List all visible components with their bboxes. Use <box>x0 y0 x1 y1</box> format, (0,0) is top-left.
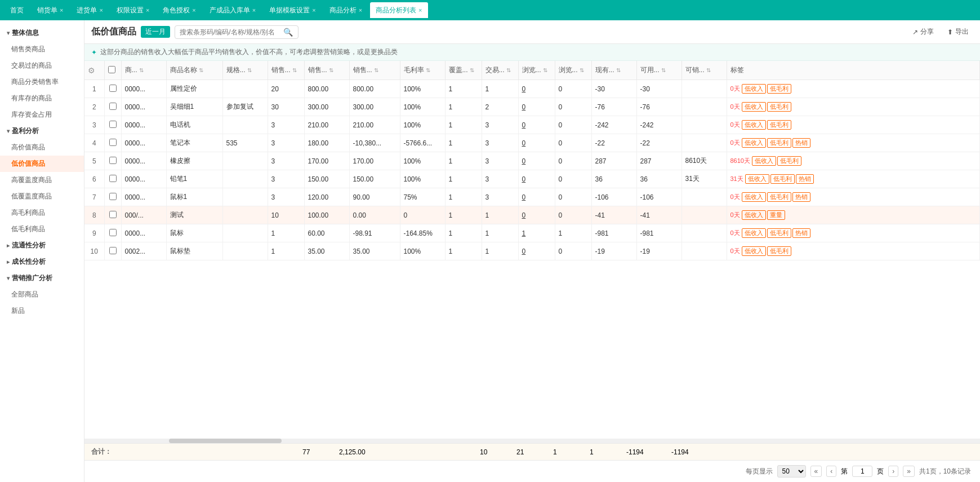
nav-template-settings[interactable]: 单据模板设置 × <box>264 2 321 18</box>
view1-link[interactable]: 0 <box>522 103 526 111</box>
row-sellable <box>681 134 727 152</box>
nav-home[interactable]: 首页 <box>5 2 29 18</box>
filter-tag-month[interactable]: 近一月 <box>141 26 170 38</box>
sidebar-item-new-products[interactable]: 新品 <box>0 303 84 319</box>
last-page-button[interactable]: » <box>903 466 915 477</box>
sidebar-group-growth[interactable]: ▸ 成长性分析 <box>0 254 84 270</box>
chevron-right-icon: ▸ <box>7 259 10 265</box>
sidebar-item-stock-capital[interactable]: 库存资金占用 <box>0 107 84 123</box>
sidebar-item-sales-products[interactable]: 销售类商品 <box>0 41 84 58</box>
sort-icon[interactable]: ⇅ <box>580 67 584 73</box>
nav-close-icon[interactable]: × <box>418 7 422 14</box>
row-checkbox[interactable] <box>109 193 117 200</box>
sort-icon[interactable]: ⇅ <box>292 67 297 73</box>
nav-role-auth[interactable]: 角色授权 × <box>157 2 201 18</box>
sidebar-item-category-sales-rate[interactable]: 商品分类销售率 <box>0 74 84 90</box>
nav-close-icon[interactable]: × <box>312 7 315 14</box>
sidebar-item-low-margin[interactable]: 低毛利商品 <box>0 221 84 237</box>
sidebar-item-traded-products[interactable]: 交易过的商品 <box>0 58 84 74</box>
sort-icon[interactable]: ⇅ <box>139 67 144 73</box>
nav-product-analysis[interactable]: 商品分析 × <box>324 2 368 18</box>
nav-product-analysis-list[interactable]: 商品分析列表 × <box>370 2 427 18</box>
table-scrollbar[interactable] <box>84 439 980 443</box>
nav-close-icon[interactable]: × <box>146 7 149 14</box>
view1-link[interactable]: 0 <box>522 157 526 165</box>
view1-link[interactable]: 0 <box>522 139 526 147</box>
per-page-select[interactable]: 50 100 200 <box>777 465 806 477</box>
sort-icon[interactable]: ⇅ <box>706 67 711 73</box>
row-sales-amount: 120.00 <box>304 188 349 206</box>
sort-icon[interactable]: ⇅ <box>661 67 666 73</box>
row-num: 6 <box>84 170 104 188</box>
view1-link[interactable]: 0 <box>522 211 526 219</box>
th-settings[interactable]: ⚙ <box>84 61 104 80</box>
nav-purchase-order[interactable]: 进货单 × <box>71 2 108 18</box>
nav-close-icon[interactable]: × <box>99 7 103 14</box>
sidebar-item-high-coverage[interactable]: 高覆盖度商品 <box>0 172 84 188</box>
row-checkbox[interactable] <box>109 139 117 146</box>
sidebar-group-overall[interactable]: ▾ 整体信息 <box>0 25 84 41</box>
sidebar-item-all-products[interactable]: 全部商品 <box>0 286 84 303</box>
content-area: 低价值商品 近一月 🔍 ↗ 分享 ⬆ 导出 ✦ 这部分商品的销售收入大幅低于商品… <box>84 20 980 482</box>
nav-permission-settings[interactable]: 权限设置 × <box>111 2 155 18</box>
sidebar-item-instock-products[interactable]: 有库存的商品 <box>0 90 84 107</box>
search-input[interactable] <box>180 28 281 36</box>
footer-label: 合计： <box>91 447 112 457</box>
row-checkbox[interactable] <box>109 229 117 236</box>
sidebar-item-low-coverage[interactable]: 低覆盖度商品 <box>0 188 84 205</box>
next-page-button[interactable]: › <box>888 466 898 477</box>
page-title: 低价值商品 <box>91 26 136 38</box>
sort-icon[interactable]: ⇅ <box>506 67 511 73</box>
nav-close-icon[interactable]: × <box>192 7 195 14</box>
row-trade: 3 <box>482 152 518 170</box>
row-view1: 0 <box>518 188 555 206</box>
sidebar-item-low-value[interactable]: 低价值商品 <box>0 156 84 172</box>
row-name: 电话机 <box>166 116 222 134</box>
table-scroll-thumb[interactable] <box>169 439 282 443</box>
sort-icon[interactable]: ⇅ <box>543 67 547 73</box>
share-button[interactable]: ↗ 分享 <box>908 25 938 39</box>
nav-product-instock[interactable]: 产成品入库单 × <box>204 2 261 18</box>
table-row: 4 0000... 笔记本 535 3 180.00 -10,380... -5… <box>84 134 980 152</box>
row-checkbox[interactable] <box>109 175 117 182</box>
nav-close-icon[interactable]: × <box>252 7 256 14</box>
view1-link[interactable]: 0 <box>522 193 526 201</box>
prev-page-button[interactable]: ‹ <box>826 466 836 477</box>
table-container[interactable]: ⚙ 商...⇅ 商品名称⇅ 规格...⇅ <box>84 61 980 439</box>
row-margin-rate: 100% <box>400 80 445 98</box>
row-checkbox[interactable] <box>109 211 117 218</box>
first-page-button[interactable]: « <box>810 466 822 477</box>
view1-link[interactable]: 0 <box>522 175 526 183</box>
sort-icon[interactable]: ⇅ <box>247 67 252 73</box>
sort-icon[interactable]: ⇅ <box>616 67 621 73</box>
sidebar-item-high-margin[interactable]: 高毛利商品 <box>0 205 84 221</box>
sidebar-group-profit[interactable]: ▾ 盈利分析 <box>0 123 84 139</box>
row-checkbox[interactable] <box>109 247 117 254</box>
nav-sales-order[interactable]: 销货单 × <box>32 2 69 18</box>
search-icon[interactable]: 🔍 <box>283 28 293 37</box>
row-checkbox[interactable] <box>109 157 117 164</box>
sort-icon[interactable]: ⇅ <box>329 67 333 73</box>
view1-link[interactable]: 0 <box>522 247 526 255</box>
row-trade: 1 <box>482 206 518 224</box>
settings-icon[interactable]: ⚙ <box>88 66 95 75</box>
sort-icon[interactable]: ⇅ <box>426 67 430 73</box>
nav-close-icon[interactable]: × <box>60 7 63 14</box>
sidebar-group-liquidity[interactable]: ▸ 流通性分析 <box>0 237 84 254</box>
sidebar-group-marketing[interactable]: ▾ 营销推广分析 <box>0 270 84 286</box>
view1-link[interactable]: 0 <box>522 121 526 129</box>
nav-close-icon[interactable]: × <box>359 7 362 14</box>
view1-link[interactable]: 0 <box>522 85 526 93</box>
export-button[interactable]: ⬆ 导出 <box>943 25 973 39</box>
sidebar-item-high-value[interactable]: 高价值商品 <box>0 139 84 156</box>
sort-icon[interactable]: ⇅ <box>470 67 474 73</box>
row-checkbox[interactable] <box>109 103 117 110</box>
page-number-input[interactable] <box>852 466 872 477</box>
view1-link[interactable]: 1 <box>522 229 526 237</box>
row-checkbox[interactable] <box>109 121 117 128</box>
sort-icon[interactable]: ⇅ <box>199 67 203 73</box>
footer-sales-amount: 2,125.00 <box>336 448 381 456</box>
select-all-checkbox[interactable] <box>108 66 115 73</box>
row-checkbox[interactable] <box>109 85 117 92</box>
sort-icon[interactable]: ⇅ <box>374 67 378 73</box>
